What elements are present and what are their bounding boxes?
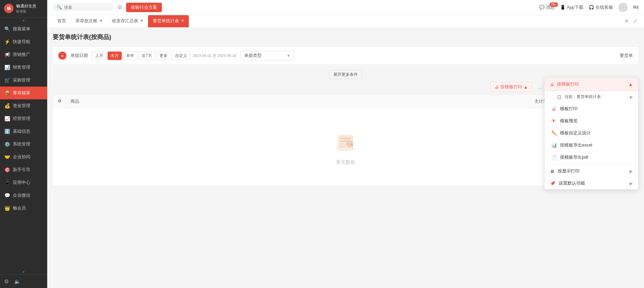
display-print-icon: 🖥: [550, 169, 554, 174]
sidebar-item-system[interactable]: ⚙️ 系统管理: [0, 138, 47, 151]
sidebar-item-label: 经营管理: [13, 116, 30, 122]
print-menu-export-pdf[interactable]: 📄 按模板导出pdf: [545, 151, 638, 163]
messages-count: 99+: [550, 2, 558, 7]
sidebar-item-label: 资金管理: [13, 103, 30, 109]
tab-close-inventory-batch[interactable]: ✕: [99, 19, 103, 23]
print-display-print[interactable]: 🖥 按显示打印 ▶: [545, 165, 638, 177]
sidebar-item-newguide[interactable]: 🎯 新手引导: [0, 163, 47, 176]
sidebar-bottom: ⚙ 🔈: [0, 275, 47, 288]
app-download-link[interactable]: 📱 App下载: [560, 4, 583, 10]
print-menu-template-preview[interactable]: 👁 模板预览: [545, 115, 638, 127]
settings-gear-icon[interactable]: ⚙: [117, 4, 122, 10]
sidebar-settings-icon[interactable]: ⚙: [4, 278, 9, 285]
design-icon: ✏️: [551, 130, 557, 136]
sidebar-item-operation[interactable]: 📈 经营管理: [0, 112, 47, 125]
print-template-btn[interactable]: 🖨 按模板打印 ▲: [490, 82, 532, 92]
print-menu-template-design[interactable]: ✏️ 模板自定义设计: [545, 127, 638, 139]
tab-close-order-summary[interactable]: ✕: [181, 19, 184, 23]
menu-item-label: 模板打印: [560, 106, 578, 112]
inventory-icon: 📦: [4, 90, 10, 96]
sidebar-item-label: 库存核算: [13, 90, 30, 96]
chevron-up-icon: ▲: [524, 85, 528, 90]
print-dropdown-close-btn[interactable]: ▲: [628, 82, 633, 87]
search-input[interactable]: [64, 5, 105, 10]
topbar-search-box[interactable]: 🔍: [53, 3, 113, 11]
sidebar-item-inventory[interactable]: 📦 库存核算: [0, 87, 47, 99]
print-default-function[interactable]: 📌 设置默认功能 ▶: [545, 177, 638, 189]
tab-close-receipt-summary[interactable]: ✕: [140, 19, 143, 23]
collab-icon: 🤝: [4, 154, 10, 160]
print-menu-template-print[interactable]: 🖨 模板打印: [545, 103, 638, 115]
print-label: 按模板打印: [500, 84, 522, 90]
sidebar-item-label: 企业协同: [13, 154, 30, 160]
sidebar-item-label: 畅会员: [13, 205, 26, 211]
tab-order-summary[interactable]: 要货单统计表 ✕: [148, 15, 189, 27]
sidebar-scroll-area: 🔍 搜索菜单 ⚡ 快捷导航 📢 营销推广 📊 销售管理 🛒 采购管理 📦 库存核…: [0, 23, 47, 269]
sidebar-item-label: 销售管理: [13, 64, 30, 70]
sidebar-item-label: 采购管理: [13, 77, 30, 83]
tabs-bar: 首页 库存批次账 ✕ 收发存汇总表 ✕ 要货单统计表 ✕ ✕ ⤢: [47, 15, 644, 28]
messages-badge-container[interactable]: 💬 消息 99+: [539, 4, 555, 10]
print-current-item[interactable]: 📋 当前：要货单统计表 ▶: [545, 91, 638, 103]
date-btn-custom[interactable]: 自定义: [172, 52, 190, 60]
svg-rect-3: [340, 140, 348, 142]
tab-receipt-summary[interactable]: 收发存汇总表 ✕: [107, 15, 148, 27]
date-btn-last-month[interactable]: 上月: [92, 52, 106, 60]
scroll-down[interactable]: ▼: [0, 269, 47, 275]
finance-icon: 💰: [4, 103, 10, 108]
print-menu-export-excel[interactable]: 📊 按模板导出excel: [545, 139, 638, 151]
date-btn-this-month[interactable]: 本月: [108, 52, 122, 60]
sidebar-item-marketing[interactable]: 📢 营销推广: [0, 48, 47, 61]
search-icon: 🔍: [4, 26, 10, 32]
type-label: 单据类型: [244, 53, 262, 59]
more-options-dots[interactable]: ...: [535, 83, 545, 91]
headset-icon: 🎧: [589, 5, 594, 10]
sidebar-item-membership[interactable]: 👑 畅会员: [0, 202, 47, 215]
sidebar-item-label: 营销推广: [13, 52, 30, 58]
marketing-icon: 📢: [4, 52, 10, 57]
th-settings[interactable]: ⚙: [53, 95, 66, 108]
yaohuofield-label: 要货单: [620, 53, 633, 59]
date-btn-7days[interactable]: 近7天: [139, 52, 155, 60]
tab-inventory-batch[interactable]: 库存批次账 ✕: [71, 15, 107, 27]
sidebar-audio-icon[interactable]: 🔈: [14, 278, 21, 285]
topbar-right: 💬 消息 99+ 📱 App下载 🎧 在线客服 Rit: [539, 3, 639, 12]
tab-home[interactable]: 首页: [53, 15, 71, 27]
app-subtitle: 标准版: [16, 9, 36, 14]
date-filter-label: 单据日期: [70, 53, 88, 59]
sidebar: 畅 畅通好生意 标准版 ▲ 🔍 搜索菜单 ⚡ 快捷导航 📢 营销推广 📊 销售管…: [0, 0, 47, 288]
print-dropdown-title: 按模板打印: [557, 81, 579, 87]
industry-btn[interactable]: 体验行业方案: [126, 3, 162, 12]
print-dropdown: 🖨 按模板打印 ▲ 📋 当前：要货单统计表 ▶ 🖨 模板打印 👁 模板预览 ✏️: [544, 77, 639, 190]
scroll-up[interactable]: ▲: [0, 18, 47, 23]
preview-icon: 👁: [551, 118, 557, 124]
sidebar-item-purchase[interactable]: 🛒 采购管理: [0, 74, 47, 87]
sidebar-item-wechat[interactable]: 💬 企业微信: [0, 189, 47, 202]
chevron-down-icon: ▼: [286, 53, 291, 58]
sidebar-item-label: 新手引导: [13, 167, 30, 173]
filter-expand-btn[interactable]: »: [58, 52, 66, 60]
printer-icon: 🖨: [551, 106, 557, 111]
operation-icon: 📈: [4, 116, 10, 121]
tab-receipt-summary-label: 收发存汇总表: [112, 18, 138, 24]
menu-item-label: 按模板导出excel: [560, 142, 592, 148]
tab-expand-icon[interactable]: ⤢: [632, 17, 639, 25]
sidebar-item-basic-info[interactable]: ℹ️ 基础信息: [0, 125, 47, 138]
online-service-link[interactable]: 🎧 在线客服: [589, 4, 613, 10]
sidebar-item-quicknav[interactable]: ⚡ 快捷导航: [0, 35, 47, 48]
date-btn-more[interactable]: 更多: [156, 52, 171, 60]
date-btn-this-year[interactable]: 本年: [123, 52, 137, 60]
sidebar-item-search[interactable]: 🔍 搜索菜单: [0, 23, 47, 35]
sidebar-item-collab[interactable]: 🤝 企业协同: [0, 151, 47, 163]
tab-close-icon[interactable]: ✕: [623, 17, 630, 25]
sidebar-item-appcenter[interactable]: 📱 应用中心: [0, 176, 47, 189]
current-template-label: 当前：要货单统计表: [564, 94, 630, 100]
user-avatar[interactable]: [618, 3, 628, 12]
default-function-label: 设置默认功能: [559, 180, 585, 186]
pdf-icon: 📄: [551, 155, 557, 160]
expand-more-btn[interactable]: 展开更多条件: [329, 70, 362, 79]
tab-home-label: 首页: [57, 18, 66, 24]
sidebar-item-sales[interactable]: 📊 销售管理: [0, 61, 47, 74]
type-select-dropdown[interactable]: 单据类型 ▼: [240, 51, 294, 60]
sidebar-item-finance[interactable]: 💰 资金管理: [0, 99, 47, 112]
